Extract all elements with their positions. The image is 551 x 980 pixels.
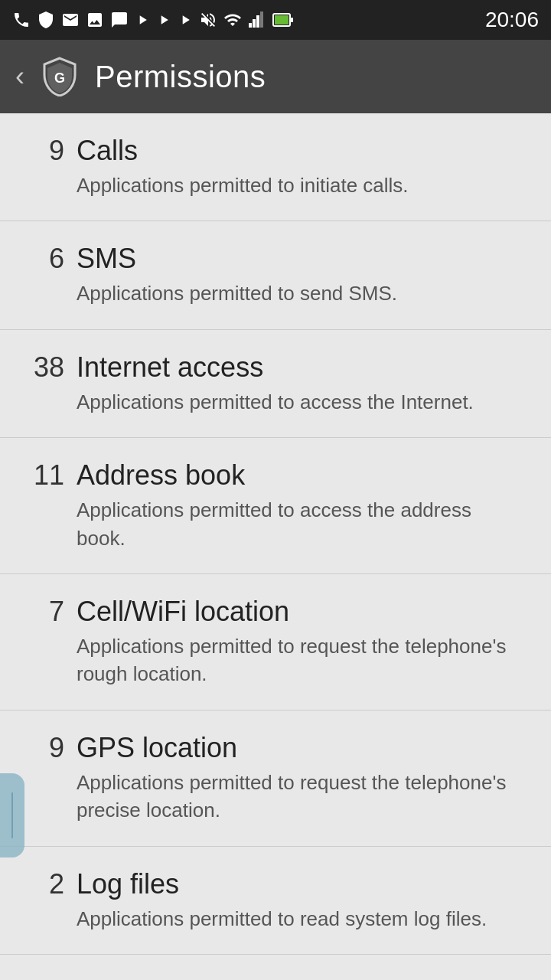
wifi-icon: [223, 11, 242, 29]
list-item[interactable]: 7 Cell/WiFi location Applications permit…: [0, 574, 551, 710]
signal-icon: [248, 11, 266, 29]
item-description: Applications permitted to access the add…: [28, 496, 523, 552]
item-count: 9: [28, 732, 64, 764]
item-header: 2 Log files: [28, 868, 523, 900]
svg-rect-2: [256, 15, 259, 28]
item-count: 7: [28, 596, 64, 628]
list-item[interactable]: 9 GPS location Applications permitted to…: [0, 710, 551, 847]
list-item[interactable]: 11 Address book Applications permitted t…: [0, 438, 551, 574]
item-header: 38 Internet access: [28, 351, 523, 384]
item-description: Applications permitted to send SMS.: [28, 279, 523, 307]
scroll-handle-line: [11, 792, 13, 838]
svg-rect-3: [260, 11, 263, 28]
back-button[interactable]: ‹: [15, 60, 24, 93]
status-time: 20:06: [485, 8, 539, 32]
status-bar: 20:06: [0, 0, 551, 40]
item-count: 38: [28, 351, 64, 384]
list-item[interactable]: 38 Internet access Applications permitte…: [0, 330, 551, 438]
item-title: Internet access: [77, 351, 263, 384]
action-bar: ‹ G Permissions: [0, 40, 551, 113]
list-item[interactable]: 6 SMS Applications permitted to send SMS…: [0, 221, 551, 329]
item-count: 11: [28, 459, 64, 492]
permissions-list: 9 Calls Applications permitted to initia…: [0, 113, 551, 955]
chat-icon: [110, 11, 129, 29]
image-icon: [86, 11, 104, 29]
item-title: Cell/WiFi location: [77, 596, 289, 628]
app-shield-icon: G: [40, 57, 80, 96]
item-description: Applications permitted to request the te…: [28, 769, 523, 825]
mute-icon: [199, 11, 217, 29]
svg-rect-1: [253, 19, 256, 28]
item-title: Address book: [77, 459, 245, 492]
svg-text:G: G: [54, 70, 65, 86]
item-description: Applications permitted to initiate calls…: [28, 172, 523, 199]
play-icon-2: [156, 12, 171, 28]
status-time-container: 20:06: [482, 8, 539, 32]
svg-rect-6: [275, 15, 289, 24]
mail-icon: [61, 11, 80, 29]
svg-rect-5: [291, 18, 293, 22]
shield-status-icon: [37, 11, 55, 29]
item-title: Calls: [77, 135, 138, 167]
page-title: Permissions: [95, 60, 266, 94]
item-title: GPS location: [77, 732, 237, 764]
item-title: SMS: [77, 243, 136, 275]
item-header: 7 Cell/WiFi location: [28, 596, 523, 628]
svg-rect-0: [249, 23, 252, 28]
list-item[interactable]: 9 Calls Applications permitted to initia…: [0, 113, 551, 221]
item-header: 9 GPS location: [28, 732, 523, 764]
phone-icon: [12, 11, 31, 29]
item-count: 2: [28, 868, 64, 900]
list-item[interactable]: 2 Log files Applications permitted to re…: [0, 847, 551, 955]
status-icons-left: [12, 11, 294, 29]
item-header: 11 Address book: [28, 459, 523, 492]
item-description: Applications permitted to request the te…: [28, 632, 523, 688]
item-description: Applications permitted to read system lo…: [28, 905, 523, 933]
item-count: 6: [28, 243, 64, 275]
play-icon-1: [135, 12, 150, 28]
item-header: 9 Calls: [28, 135, 523, 167]
item-count: 9: [28, 135, 64, 167]
battery-icon: [272, 11, 294, 29]
item-header: 6 SMS: [28, 243, 523, 275]
item-description: Applications permitted to access the Int…: [28, 388, 523, 416]
scroll-handle[interactable]: [0, 773, 24, 858]
play-icon-3: [178, 12, 193, 28]
item-title: Log files: [77, 868, 179, 900]
